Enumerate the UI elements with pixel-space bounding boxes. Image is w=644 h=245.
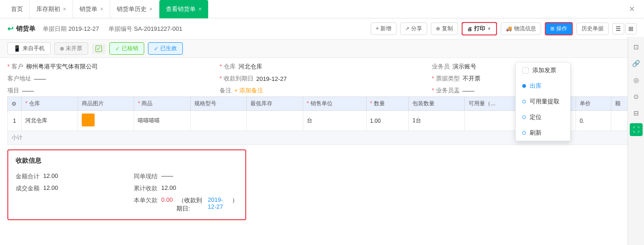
doc-type-label: 销货单 bbox=[16, 25, 35, 33]
tab-inventory[interactable]: 库存期初 × bbox=[30, 0, 73, 18]
warehouse-value: 河北仓库 bbox=[238, 63, 262, 71]
tab-history[interactable]: 销货单历史 × bbox=[110, 0, 159, 18]
doc-title: ↩ 销货单 bbox=[7, 24, 35, 33]
number-value: SA-20191227-001 bbox=[134, 25, 183, 32]
dropdown-locate[interactable]: 定位 bbox=[516, 109, 570, 125]
row-seq: 1 bbox=[8, 111, 22, 131]
staff-label: 业务员 bbox=[432, 63, 450, 71]
row-qty: 1.00 bbox=[366, 111, 408, 131]
close-inventory-tab[interactable]: × bbox=[63, 6, 66, 12]
sidebar-link-icon[interactable]: 🔗 bbox=[630, 57, 643, 70]
refresh-icon bbox=[522, 131, 526, 135]
row-pack-qty: 1台 bbox=[408, 111, 465, 131]
date-label: 单据日期 bbox=[43, 25, 67, 33]
history-button[interactable]: 历史单据 bbox=[576, 23, 609, 35]
payment-right-col: 同单现结 —— 累计收款 12.00 本单欠款 0.00 （收款到期日: 201… bbox=[134, 172, 238, 213]
close-view-sales-tab[interactable]: × bbox=[198, 6, 202, 12]
cumulative-value: 12.00 bbox=[161, 184, 176, 193]
locate-icon bbox=[522, 115, 526, 119]
tab-bar: 首页 库存期初 × 销货单 × 销货单历史 × 查看销货单 × ✕ bbox=[0, 0, 644, 18]
doc-number-group: 单据编号 SA-20191227-001 bbox=[108, 25, 183, 33]
from-phone-button[interactable]: 📱 来自手机 bbox=[7, 42, 51, 55]
same-order-value: —— bbox=[161, 172, 173, 181]
tab-home[interactable]: 首页 bbox=[5, 0, 30, 18]
payment-date-label: 收款到期日 bbox=[220, 74, 254, 83]
grid-view-button[interactable]: ⊞ bbox=[625, 23, 637, 34]
dropdown-add-invoice[interactable]: 添加发票 bbox=[516, 63, 570, 78]
logistics-button[interactable]: 🚚 物流信息 bbox=[501, 23, 541, 35]
deal-amount-value: 12.00 bbox=[43, 184, 58, 193]
ticket-type-value: 不开票 bbox=[463, 74, 480, 83]
doc-meta: 单据日期 2019-12-27 单据编号 SA-20191227-001 bbox=[43, 25, 182, 33]
total-row: 金额合计 12.00 bbox=[16, 172, 120, 181]
owed-note-end: ） bbox=[232, 196, 238, 213]
print-button[interactable]: 🖨 打印 ▼ bbox=[462, 22, 497, 35]
add-invoice-icon bbox=[522, 67, 529, 74]
view-toggle: ☰ ⊞ bbox=[612, 23, 637, 34]
customer-field: 客户 柳州粤港平安气体有限公司 bbox=[7, 63, 212, 71]
confirm-checkbox[interactable]: ✓ bbox=[96, 46, 102, 52]
same-order-row: 同单现结 —— bbox=[134, 172, 238, 181]
col-spec: 规格型号 bbox=[190, 97, 247, 111]
list-view-button[interactable]: ☰ bbox=[612, 23, 624, 34]
doc-type-icon: ↩ bbox=[7, 24, 13, 33]
project-field: 项目 —— bbox=[7, 86, 212, 95]
sidebar-table-icon[interactable]: ⊡ bbox=[630, 40, 643, 53]
phone-icon: 📱 bbox=[13, 45, 21, 52]
deal-amount-label: 成交金额 bbox=[16, 184, 40, 193]
share-button[interactable]: ↗ 分享 bbox=[400, 23, 427, 35]
owed-row: 本单欠款 0.00 （收款到期日: 2019-12-27 ） bbox=[134, 196, 238, 213]
row-warehouse: 河北仓库 bbox=[22, 111, 78, 131]
add-notes-button[interactable]: + 添加备注 bbox=[234, 86, 263, 95]
effective-badge[interactable]: ✓ 已生效 bbox=[148, 42, 183, 55]
deal-amount-row: 成交金额 12.00 bbox=[16, 184, 120, 193]
dropdown-outbound[interactable]: 出库 bbox=[516, 78, 570, 94]
customer-label: 客户 bbox=[7, 63, 23, 71]
tab-sales[interactable]: 销货单 × bbox=[73, 0, 110, 18]
address-value: —— bbox=[34, 75, 46, 82]
customer-value: 柳州粤港平安气体有限公司 bbox=[26, 63, 98, 71]
date-value: 2019-12-27 bbox=[68, 25, 99, 32]
owed-label: 本单欠款 bbox=[134, 196, 158, 213]
close-history-tab[interactable]: × bbox=[149, 6, 153, 12]
col-image: 商品图片 bbox=[78, 97, 134, 111]
warehouse-label: 仓库 bbox=[220, 63, 236, 71]
warehouse-field: 仓库 河北仓库 bbox=[220, 63, 424, 71]
row-spec bbox=[190, 111, 247, 131]
payment-title: 收款信息 bbox=[16, 157, 238, 165]
dropdown-available-qty[interactable]: 可用量提取 bbox=[516, 94, 570, 109]
row-min-stock bbox=[247, 111, 303, 131]
doc-date-group: 单据日期 2019-12-27 bbox=[43, 25, 99, 33]
col-settings[interactable]: ⚙ bbox=[8, 97, 22, 111]
sidebar-tag-icon[interactable]: ⊟ bbox=[630, 107, 643, 120]
sidebar-circle-icon[interactable]: ◎ bbox=[630, 74, 643, 86]
not-open-ticket-badge[interactable]: 未开票 bbox=[54, 42, 88, 55]
tab-bar-close[interactable]: ✕ bbox=[624, 5, 639, 13]
payment-info-box: 收款信息 金额合计 12.00 成交金额 12.00 同单现结 —— 累计收款 bbox=[7, 149, 246, 220]
effective-check-icon: ✓ bbox=[154, 46, 158, 52]
add-button[interactable]: + 新增 bbox=[371, 23, 396, 35]
total-value: 12.00 bbox=[43, 172, 58, 181]
doc-header: ↩ 销货单 单据日期 2019-12-27 单据编号 SA-20191227-0… bbox=[0, 18, 644, 40]
payment-left-col: 金额合计 12.00 成交金额 12.00 bbox=[16, 172, 120, 213]
row-unit-price: 0. bbox=[576, 111, 611, 131]
close-sales-tab[interactable]: × bbox=[100, 6, 103, 12]
same-order-label: 同单现结 bbox=[134, 172, 158, 181]
col-warehouse: 仓库 bbox=[22, 97, 78, 111]
dropdown-refresh[interactable]: 刷新 bbox=[516, 125, 570, 141]
dot-gray bbox=[60, 47, 64, 51]
copy-button[interactable]: ⊕ 复制 bbox=[431, 23, 458, 35]
col-unit: 销售单位 bbox=[303, 97, 366, 111]
sidebar-person-icon[interactable]: ⊙ bbox=[630, 90, 643, 103]
col-qty: 数量 bbox=[366, 97, 408, 111]
confirmed-badge[interactable]: ✓ 已核销 bbox=[109, 42, 144, 55]
sidebar-expand-icon[interactable]: ⛶ bbox=[630, 123, 643, 136]
sales-staff-value: —— bbox=[463, 87, 475, 94]
owed-date: 2019-12-27 bbox=[208, 196, 228, 213]
tab-view-sales[interactable]: 查看销货单 × bbox=[159, 0, 209, 18]
project-label: 项目 bbox=[7, 86, 19, 95]
total-label: 金额合计 bbox=[16, 172, 40, 181]
outbound-dot-icon bbox=[522, 84, 526, 88]
action-row: 📱 来自手机 未开票 ✓ ✓ 已核销 ✓ 已生效 bbox=[0, 40, 644, 58]
operations-button[interactable]: ⊞ 操作 bbox=[545, 22, 573, 35]
